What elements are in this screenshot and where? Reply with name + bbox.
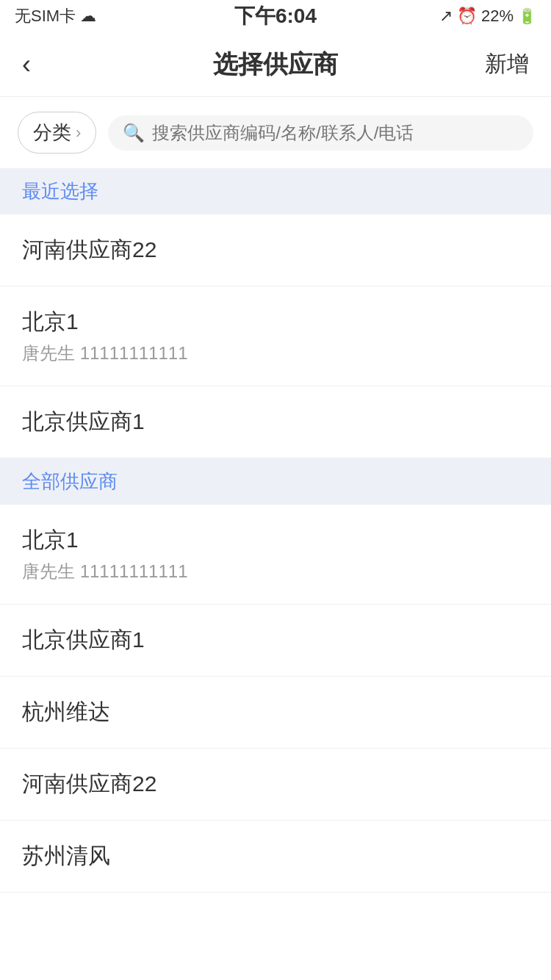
chevron-right-icon: › xyxy=(76,123,81,143)
item-sub: 唐先生 11111111111 xyxy=(22,560,529,583)
sim-label: 无SIM卡 ☁ xyxy=(15,5,96,27)
back-button[interactable]: ‹ xyxy=(22,49,81,80)
recent-list-item[interactable]: 河南供应商22 xyxy=(0,215,551,287)
item-name: 北京供应商1 xyxy=(22,407,529,437)
search-box: 🔍 xyxy=(108,115,533,151)
item-name: 苏州清风 xyxy=(22,841,529,871)
recent-section-label: 最近选择 xyxy=(22,180,98,202)
direction-icon: ↗ xyxy=(439,7,453,26)
battery-icon: 🔋 xyxy=(518,7,536,25)
nav-bar: ‹ 选择供应商 新增 xyxy=(0,32,551,97)
status-right: ↗ ⏰ 22% 🔋 xyxy=(439,7,536,26)
all-section-header: 全部供应商 xyxy=(0,458,551,505)
battery-label: 22% xyxy=(481,7,514,26)
all-list-item[interactable]: 北京供应商1 xyxy=(0,605,551,677)
search-icon: 🔍 xyxy=(123,123,145,143)
recent-list-item[interactable]: 北京供应商1 xyxy=(0,386,551,458)
recent-section-header: 最近选择 xyxy=(0,168,551,215)
item-sub: 唐先生 11111111111 xyxy=(22,342,529,365)
recent-list-item[interactable]: 北京1唐先生 11111111111 xyxy=(0,287,551,386)
new-action-button[interactable]: 新增 xyxy=(470,49,529,79)
item-name: 北京供应商1 xyxy=(22,625,529,655)
item-name: 北京1 xyxy=(22,525,529,555)
nav-title: 选择供应商 xyxy=(213,48,338,82)
item-name: 杭州维达 xyxy=(22,697,529,727)
all-items-list: 北京1唐先生 11111111111北京供应商1杭州维达河南供应商22苏州清风 xyxy=(0,505,551,893)
item-name: 北京1 xyxy=(22,307,529,337)
item-name: 河南供应商22 xyxy=(22,235,529,265)
item-name: 河南供应商22 xyxy=(22,769,529,799)
status-left: 无SIM卡 ☁ xyxy=(15,5,96,27)
recent-items-list: 河南供应商22北京1唐先生 11111111111北京供应商1 xyxy=(0,215,551,458)
filter-bar: 分类 › 🔍 xyxy=(0,97,551,168)
search-input[interactable] xyxy=(152,123,519,143)
all-list-item[interactable]: 杭州维达 xyxy=(0,677,551,749)
alarm-icon: ⏰ xyxy=(457,7,477,26)
status-bar: 无SIM卡 ☁ 下午6:04 ↗ ⏰ 22% 🔋 xyxy=(0,0,551,32)
all-section-label: 全部供应商 xyxy=(22,470,118,492)
all-list-item[interactable]: 河南供应商22 xyxy=(0,749,551,821)
category-button[interactable]: 分类 › xyxy=(18,112,96,154)
all-list-item[interactable]: 苏州清风 xyxy=(0,821,551,893)
status-time: 下午6:04 xyxy=(234,2,317,30)
category-label: 分类 xyxy=(33,120,71,145)
all-list-item[interactable]: 北京1唐先生 11111111111 xyxy=(0,505,551,605)
